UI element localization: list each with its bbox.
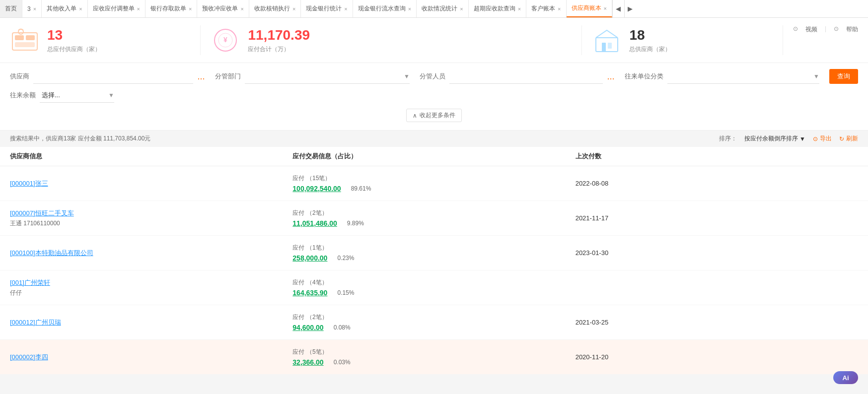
filter-area: 供应商 ... 分管部门 ▼ 分管人员 ... 往来单位分类: [0, 63, 868, 131]
nav-tab-supplier-ledger[interactable]: 供应商账本 ×: [567, 0, 612, 17]
svg-rect-2: [26, 35, 35, 40]
nav-next-arrow[interactable]: ▶: [624, 0, 636, 18]
nav-tab-bank-deposit[interactable]: 银行存取款单 ×: [145, 0, 197, 17]
payable-amount-5[interactable]: 94,600.00: [292, 324, 323, 331]
payable-row-3: 258,000.00 0.23%: [292, 254, 575, 262]
department-select-container: ▼: [245, 69, 410, 84]
supplier-info-3: [000100]本特勤油品有限公司: [10, 249, 292, 258]
export-button[interactable]: ⊙ 导出: [813, 134, 832, 143]
close-tab-customer-ledger-icon[interactable]: ×: [558, 6, 561, 12]
supplier-info-5: [000012]广州贝瑞: [10, 318, 292, 327]
close-tab-pre-receive-icon[interactable]: ×: [240, 6, 243, 12]
svg-rect-3: [15, 42, 35, 47]
summary-card-total: 18 总供应商（家）: [592, 25, 783, 55]
nav-prev-arrow[interactable]: ◀: [612, 0, 624, 18]
nav-tab-overdue-ar[interactable]: 超期应收款查询 ×: [469, 0, 526, 17]
filter-row-1: 供应商 ... 分管部门 ▼ 分管人员 ... 往来单位分类: [10, 69, 858, 84]
last-payment-1: 2022-08-08: [576, 180, 858, 187]
summary-card-suppliers: 13 总应付供应商（家）: [10, 25, 201, 55]
payable-info-5: 应付 （2笔） 94,600.00 0.08%: [292, 313, 575, 331]
close-tab-supplier-ledger-icon[interactable]: ×: [604, 5, 607, 11]
sort-select[interactable]: 按应付余额倒序排序 ▼: [744, 134, 805, 143]
nav-tab-other-income[interactable]: 其他收入单 ×: [42, 0, 87, 17]
department-chevron-icon[interactable]: ▼: [404, 73, 410, 80]
unit-class-select[interactable]: [667, 72, 814, 80]
payable-amount-4[interactable]: 164,635.90: [292, 289, 327, 297]
card1-label: 总应付供应商（家）: [47, 45, 190, 54]
close-tab-other-income-icon[interactable]: ×: [79, 6, 82, 12]
close-tab-cash-bank-stat-icon[interactable]: ×: [344, 6, 347, 12]
payable-row-4: 164,635.90 0.15%: [292, 289, 575, 297]
payable-label-3: 应付 （1笔）: [292, 244, 575, 252]
svg-rect-8: [596, 38, 618, 52]
col-header-payable: 应付交易信息（占比）: [292, 152, 575, 161]
nav-tab-cash-bank-flow[interactable]: 现金银行流水查询 ×: [353, 0, 417, 17]
top-navigation: 首页 3 × 其他收入单 × 应收应付调整单 × 银行存取款单 × 预收冲应收单…: [0, 0, 868, 18]
payable-amount-3[interactable]: 258,000.00: [292, 254, 327, 262]
payable-percent-2: 9.89%: [347, 220, 364, 227]
collapse-button[interactable]: ∧ 收起更多条件: [406, 109, 462, 122]
nav-tab-pre-receive[interactable]: 预收冲应收单 ×: [197, 0, 249, 17]
person-filter-label: 分管人员: [420, 72, 445, 81]
supplier-link-1[interactable]: [000001]张三: [10, 180, 48, 187]
table-row: [000002]李四 应付 （5笔） 32,366.00 0.03% 2020-…: [0, 340, 868, 375]
payable-label-2: 应付 （2笔）: [292, 209, 575, 217]
ai-button[interactable]: Ai: [833, 371, 858, 375]
close-tab-ar-ap-adjust-icon[interactable]: ×: [137, 6, 140, 12]
person-filter-input[interactable]: [449, 69, 603, 84]
filter-item-unit-class: 往来单位分类 ▼: [625, 69, 820, 84]
col-header-supplier: 供应商信息: [10, 152, 292, 161]
department-filter-label: 分管部门: [215, 72, 241, 81]
close-tab-bank-deposit-icon[interactable]: ×: [189, 6, 192, 12]
supplier-link-6[interactable]: [000002]李四: [10, 353, 48, 361]
filter-row-2: 往来余额 选择... ▼: [10, 88, 858, 103]
supplier-info-2: [000007]恒旺二手叉车 王通 17106110000: [10, 209, 292, 228]
close-tab-payment-verify-icon[interactable]: ×: [292, 6, 295, 12]
payable-info-2: 应付 （2笔） 11,051,486.00 9.89%: [292, 209, 575, 227]
close-tab-3-icon[interactable]: ×: [33, 6, 36, 12]
refresh-button[interactable]: ↻ 刷新: [839, 134, 858, 143]
nav-tab-ar-ap-adjust[interactable]: 应收应付调整单 ×: [88, 0, 145, 17]
col-header-lastpay: 上次付数: [576, 152, 858, 161]
nav-tab-payment-verify[interactable]: 收款核销执行 ×: [249, 0, 301, 17]
results-summary-text: 搜索结果中，供应商13家 应付金额 111,703,854.00元: [10, 134, 150, 143]
nav-tab-receipt-stat[interactable]: 收款情况统计 ×: [417, 0, 468, 17]
close-tab-cash-bank-flow-icon[interactable]: ×: [408, 6, 411, 12]
table-row: [000100]本特勤油品有限公司 应付 （1笔） 258,000.00 0.2…: [0, 236, 868, 270]
balance-chevron-icon[interactable]: ▼: [108, 92, 114, 99]
balance-select[interactable]: 选择...: [40, 91, 108, 99]
query-button[interactable]: 查询: [829, 69, 858, 84]
collapse-up-icon: ∧: [413, 112, 417, 119]
balance-filter-label: 往来余额: [10, 91, 36, 100]
payable-row-6: 32,366.00 0.03%: [292, 358, 575, 366]
table-row: [000001]张三 应付 （15笔） 100,092,540.00 89.61…: [0, 166, 868, 201]
svg-rect-9: [602, 43, 606, 52]
summary-card-payable: ¥ 11,170.39 应付合计（万）: [211, 25, 582, 55]
payable-amount-2[interactable]: 11,051,486.00: [292, 219, 337, 227]
person-dots-icon[interactable]: ...: [607, 72, 614, 81]
payable-amount-6[interactable]: 32,366.00: [292, 358, 323, 366]
close-tab-receipt-stat-icon[interactable]: ×: [460, 6, 463, 12]
close-tab-overdue-ar-icon[interactable]: ×: [518, 6, 521, 12]
supplier-filter-label: 供应商: [10, 72, 29, 81]
card1-content: 13 总应付供应商（家）: [47, 27, 190, 54]
video-link[interactable]: 视频: [805, 25, 817, 34]
table-row: [000007]恒旺二手叉车 王通 17106110000 应付 （2笔） 11…: [0, 201, 868, 236]
supplier-link-2[interactable]: [000007]恒旺二手叉车: [10, 209, 74, 217]
department-select[interactable]: [245, 72, 404, 80]
nav-tab-3[interactable]: 3 ×: [22, 0, 42, 17]
nav-tab-cash-bank-stat[interactable]: 现金银行统计 ×: [301, 0, 353, 17]
payable-percent-4: 0.15%: [337, 289, 354, 296]
supplier-link-5[interactable]: [000012]广州贝瑞: [10, 319, 61, 326]
supplier-link-3[interactable]: [000100]本特勤油品有限公司: [10, 249, 93, 257]
nav-tab-home[interactable]: 首页: [0, 0, 22, 17]
supplier-link-4[interactable]: [001]广州荣轩: [10, 279, 50, 286]
nav-tab-customer-ledger[interactable]: 客户账本 ×: [526, 0, 566, 17]
card3-number: 18: [629, 27, 772, 44]
supplier-filter-input[interactable]: [33, 69, 193, 84]
payable-amount-1[interactable]: 100,092,540.00: [292, 185, 341, 193]
help-link[interactable]: 帮助: [846, 25, 858, 34]
supplier-dots-icon[interactable]: ...: [197, 72, 205, 81]
payable-info-3: 应付 （1笔） 258,000.00 0.23%: [292, 244, 575, 262]
unit-class-chevron-icon[interactable]: ▼: [813, 73, 819, 80]
